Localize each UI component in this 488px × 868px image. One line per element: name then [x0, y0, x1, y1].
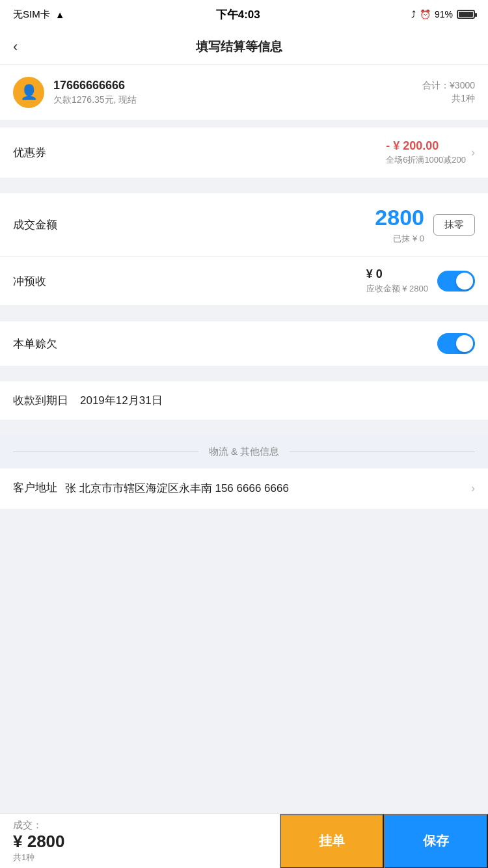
customer-card: 👤 17666666666 欠款1276.35元, 现结 合计：¥3000 共1…	[0, 65, 488, 120]
logistics-header: 物流 & 其他信息	[0, 435, 488, 468]
customer-sub: 欠款1276.35元, 现结	[53, 94, 137, 106]
time-display: 下午4:03	[216, 7, 260, 22]
header-line-right	[290, 452, 475, 452]
save-button[interactable]: 保存	[384, 814, 488, 869]
prepay-amount-sub: 应收金额 ¥ 2800	[366, 283, 428, 295]
due-date-value: 2019年12月31日	[80, 393, 163, 408]
main-content: 👤 17666666666 欠款1276.35元, 现结 合计：¥3000 共1…	[0, 65, 488, 616]
coupon-amount: - ¥ 200.00	[386, 139, 466, 153]
transaction-right: 2800 已抹 ¥ 0 抹零	[375, 205, 475, 245]
section-divider-1	[0, 185, 488, 193]
bottom-bar: 成交： ¥ 2800 共1种 挂单 保存	[0, 813, 488, 868]
transaction-amount-block: 2800 已抹 ¥ 0	[375, 205, 424, 245]
transaction-row: 成交金额 2800 已抹 ¥ 0 抹零	[0, 193, 488, 257]
coupon-label: 优惠券	[13, 145, 46, 160]
prepay-toggle[interactable]	[437, 271, 475, 292]
prepay-amount: ¥ 0	[366, 267, 428, 281]
due-date-label: 收款到期日	[13, 393, 68, 408]
customer-left: 👤 17666666666 欠款1276.35元, 现结	[13, 77, 137, 108]
hang-button[interactable]: 挂单	[280, 814, 384, 869]
bottom-count: 共1种	[13, 852, 267, 863]
header-line-left	[13, 452, 198, 452]
address-label: 客户地址	[13, 480, 57, 495]
status-left: 无SIM卡 ▲	[13, 8, 65, 21]
prepay-label: 冲预收	[13, 274, 46, 289]
deferred-label: 本单赊欠	[13, 336, 57, 351]
deferred-toggle[interactable]	[437, 333, 475, 354]
section-divider-4	[0, 427, 488, 435]
battery-icon	[457, 10, 475, 19]
status-right: ⤴ ⏰ 91%	[411, 9, 475, 20]
customer-right: 合计：¥3000 共1种	[422, 80, 475, 105]
toggle-knob	[456, 273, 473, 290]
customer-info: 17666666666 欠款1276.35元, 现结	[53, 79, 137, 106]
gray-fill-area	[0, 509, 488, 561]
address-row[interactable]: 客户地址 张 北京市市辖区海淀区永丰南 156 6666 6666 ›	[0, 468, 488, 509]
bottom-transaction-label: 成交：	[13, 819, 267, 832]
deferred-toggle-knob	[456, 335, 473, 352]
total-count: 共1种	[422, 93, 475, 105]
transaction-amount-sub: 已抹 ¥ 0	[375, 233, 424, 245]
total-label: 合计：¥3000	[422, 80, 475, 92]
transaction-label: 成交金额	[13, 217, 57, 232]
nav-bar: ‹ 填写结算等信息	[0, 29, 488, 65]
prepay-amount-block: ¥ 0 应收金额 ¥ 2800	[366, 267, 428, 295]
alarm-icon: ⏰	[420, 9, 431, 20]
section-divider-2	[0, 314, 488, 321]
address-chevron-icon: ›	[471, 481, 475, 495]
customer-phone: 17666666666	[53, 79, 137, 92]
bottom-amount: ¥ 2800	[13, 832, 267, 852]
wifi-icon: ▲	[55, 9, 65, 20]
location-icon: ⤴	[411, 9, 416, 20]
due-date-row: 收款到期日 2019年12月31日	[0, 381, 488, 420]
status-bar: 无SIM卡 ▲ 下午4:03 ⤴ ⏰ 91%	[0, 0, 488, 29]
back-button[interactable]: ‹	[13, 33, 25, 61]
coupon-row[interactable]: 优惠券 - ¥ 200.00 全场6折满1000减200 ›	[0, 128, 488, 178]
round-button[interactable]: 抹零	[433, 214, 475, 236]
prepay-right: ¥ 0 应收金额 ¥ 2800	[366, 267, 475, 295]
coupon-right: - ¥ 200.00 全场6折满1000减200 ›	[386, 139, 475, 166]
coupon-description: 全场6折满1000减200	[386, 154, 466, 166]
prepay-row: 冲预收 ¥ 0 应收金额 ¥ 2800	[0, 257, 488, 306]
transaction-section: 成交金额 2800 已抹 ¥ 0 抹零 冲预收 ¥ 0 应收金额 ¥ 2800	[0, 193, 488, 306]
carrier-text: 无SIM卡	[13, 8, 50, 21]
logistics-header-text: 物流 & 其他信息	[209, 446, 279, 458]
avatar: 👤	[13, 77, 44, 108]
page-title: 填写结算等信息	[25, 38, 453, 55]
battery-percent: 91%	[435, 9, 453, 20]
bottom-summary: 成交： ¥ 2800 共1种	[0, 813, 280, 869]
deferred-row: 本单赊欠	[0, 321, 488, 366]
transaction-amount-value: 2800	[375, 205, 424, 230]
section-divider-3	[0, 373, 488, 381]
coupon-chevron-icon: ›	[471, 146, 475, 159]
address-value: 张 北京市市辖区海淀区永丰南 156 6666 6666	[65, 480, 463, 497]
